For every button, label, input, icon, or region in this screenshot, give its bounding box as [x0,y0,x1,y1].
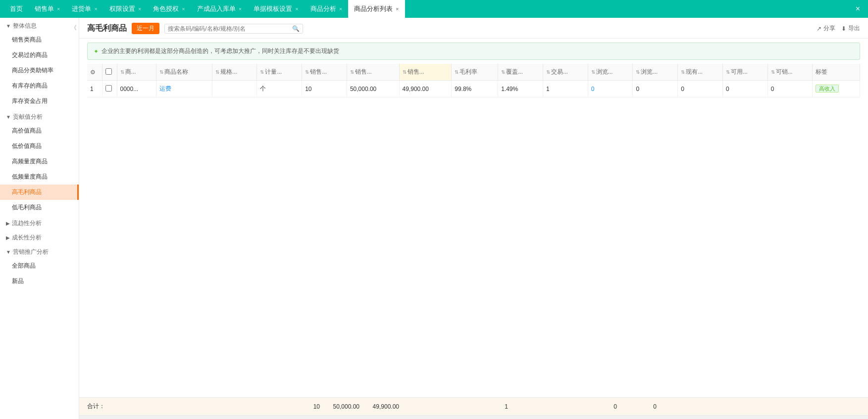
horizontal-scrollbar[interactable] [79,415,868,419]
cell-code: 0000... [117,81,156,97]
export-button[interactable]: ⬇ 导出 [841,24,860,33]
sidebar-group-wealth-analysis[interactable]: ▼ 贡献值分析 [0,109,79,123]
sidebar-item-in-stock-goods[interactable]: 有库存的商品 [0,78,79,93]
tab-product-analysis[interactable]: 商品分析 × [305,0,348,18]
tab-product-storage[interactable]: 产成品入库单 × [191,0,248,18]
col-margin-rate[interactable]: ⇅毛利率 [452,64,498,81]
sidebar-item-goods-assist-rate[interactable]: 商品分类助销率 [0,63,79,78]
arrow-marketing-analysis: ▼ [6,249,11,255]
sidebar-collapse-button[interactable]: 《 [69,23,79,33]
tab-permission-settings[interactable]: 权限设置 × [103,0,147,18]
col-coverage[interactable]: ⇅覆盖... [498,64,543,81]
sidebar-item-high-freq-goods[interactable]: 高频量度商品 [0,154,79,169]
footer-values: 10 50,000.00 49,900.00 1 0 0 [115,403,660,410]
cell-name[interactable]: 运费 [156,81,212,97]
sidebar-group-growth-analysis[interactable]: ▶ 成长性分析 [0,230,79,244]
tag-badge: 高收入 [816,85,839,93]
sidebar-item-high-margin-goods[interactable]: 高毛利商品 [0,185,79,200]
cell-tag: 高收入 [813,81,860,97]
cell-unit: 个 [257,81,302,97]
footer-cell-available-stock: 0 [580,403,620,410]
sidebar-item-low-value-goods[interactable]: 低价值商品 [0,139,79,154]
tab-product-analysis-list[interactable]: 商品分析列表 × [348,0,405,18]
tab-order-template[interactable]: 单据模板设置 × [248,0,304,18]
sidebar-item-low-margin-goods[interactable]: 低毛利商品 [0,200,79,215]
cell-sales-amt: 50,000.00 [347,81,399,97]
cell-available-stock: 0 [722,81,767,97]
col-browse2[interactable]: ⇅浏览... [633,64,678,81]
sidebar-item-high-value-goods[interactable]: 高价值商品 [0,123,79,139]
sidebar: 《 ▼ 整体信息 销售类商品 交易过的商品 商品分类助销率 有库存的商品 库存资… [0,18,79,419]
info-banner: ✦ 企业的主要的利润都是这部分商品创造的，可考虑加大推广，同时关注库存是不要出现… [87,43,860,60]
table-row: 1 0000... 运费 个 10 50,000.00 49,900.00 99… [87,81,860,97]
sidebar-item-sales-goods[interactable]: 销售类商品 [0,32,79,47]
cell-sales-qty: 10 [302,81,347,97]
cell-margin-rate: 99.8% [452,81,498,97]
search-box: 🔍 [164,24,303,34]
col-sales-qty[interactable]: ⇅销售... [302,64,347,81]
cell-sales-profit: 49,900.00 [399,81,452,97]
sidebar-group-trend-analysis[interactable]: ▶ 流趋性分析 [0,215,79,230]
sidebar-item-low-freq-goods[interactable]: 低频量度商品 [0,169,79,185]
close-tab-permission-settings[interactable]: × [138,6,141,12]
col-code[interactable]: ⇅商... [117,64,156,81]
footer-cell-sales-qty: 10 [283,403,323,410]
arrow-wealth-analysis: ▼ [6,114,11,120]
footer-total-bar: 合计： 10 50,000.00 49,900.00 1 0 0 [79,397,868,415]
footer-label: 合计： [87,402,105,411]
filter-recent-month-button[interactable]: 近一月 [132,23,159,34]
tab-sales-order[interactable]: 销售单 × [29,0,66,18]
footer-cell-spacer1 [115,403,283,410]
col-sellable-stock[interactable]: ⇅可销... [767,64,813,81]
col-available-stock[interactable]: ⇅可用... [722,64,767,81]
table-wrapper: ⚙ ⇅商... ⇅商品名称 ⇅规格... ⇅计量... ⇅销售... ⇅销售..… [79,64,868,397]
page-title: 高毛利商品 [87,23,127,34]
search-input[interactable] [168,25,292,32]
cell-sellable-stock: 0 [767,81,813,97]
footer-cell-spacer2 [402,403,471,410]
sidebar-group-marketing-analysis[interactable]: ▼ 营销推广分析 [0,244,79,258]
sidebar-item-new-goods[interactable]: 新品 [0,274,79,289]
col-settings[interactable]: ⚙ [87,64,102,81]
arrow-trend-analysis: ▶ [6,221,10,226]
sidebar-item-all-goods[interactable]: 全部商品 [0,258,79,274]
close-tab-role-auth[interactable]: × [182,6,185,12]
arrow-overall-info: ▼ [6,23,11,29]
search-icon[interactable]: 🔍 [292,25,300,32]
close-tab-sales-order[interactable]: × [57,6,60,12]
col-current-stock[interactable]: ⇅现有... [678,64,723,81]
header-actions: ↗ 分享 ⬇ 导出 [817,24,860,33]
close-tab-purchase-order[interactable]: × [94,6,97,12]
top-navigation: 首页 销售单 × 进货单 × 权限设置 × 角色授权 × 产成品入库单 × 单据… [0,0,868,18]
close-all-tabs[interactable]: × [852,4,864,13]
content-area: 高毛利商品 近一月 🔍 ↗ 分享 ⬇ 导出 ✦ 企业的主要的利润都是这部分商品创… [79,18,868,419]
cell-transaction: 1 [543,81,588,97]
close-tab-product-analysis[interactable]: × [339,6,342,12]
sidebar-item-stock-fund-ratio[interactable]: 库存资金占用 [0,93,79,109]
select-all-checkbox[interactable] [105,68,112,75]
cell-browse1[interactable]: 0 [588,81,633,97]
cell-seq: 1 [87,81,102,97]
content-header: 高毛利商品 近一月 🔍 ↗ 分享 ⬇ 导出 [79,18,868,39]
col-transaction[interactable]: ⇅交易... [543,64,588,81]
cell-coverage: 1.49% [498,81,543,97]
sidebar-item-traded-goods[interactable]: 交易过的商品 [0,47,79,63]
col-unit[interactable]: ⇅计量... [257,64,302,81]
col-spec[interactable]: ⇅规格... [212,64,257,81]
col-name[interactable]: ⇅商品名称 [156,64,212,81]
col-sales-amt[interactable]: ⇅销售... [347,64,399,81]
close-tab-order-template[interactable]: × [295,6,298,12]
sidebar-group-overall-info[interactable]: ▼ 整体信息 [0,18,79,32]
col-sales-profit[interactable]: ⇅销售... [399,64,452,81]
col-browse1[interactable]: ⇅浏览... [588,64,633,81]
tab-role-auth[interactable]: 角色授权 × [147,0,191,18]
cell-spec [212,81,257,97]
row-checkbox[interactable] [105,85,112,92]
col-tag[interactable]: 标签 [813,64,860,81]
close-tab-product-storage[interactable]: × [239,6,242,12]
tab-home[interactable]: 首页 [4,0,29,18]
share-button[interactable]: ↗ 分享 [817,24,835,33]
tab-purchase-order[interactable]: 进货单 × [66,0,103,18]
footer-cell-transaction: 1 [471,403,511,410]
close-tab-product-analysis-list[interactable]: × [396,6,399,12]
